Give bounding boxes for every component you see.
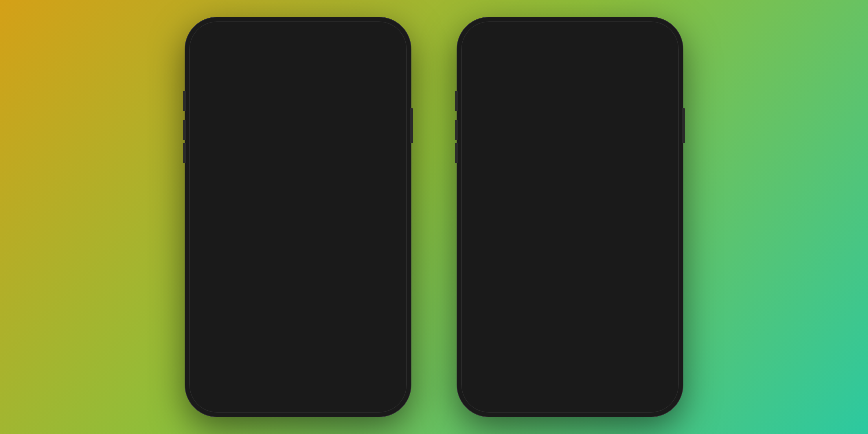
svg-rect-23 [628, 35, 629, 37]
toggle-all-food-right[interactable]: ALL FOOD [497, 97, 535, 105]
lunch-count-left: 1 [370, 244, 374, 253]
phone-right: 4:03 [457, 18, 683, 416]
lunch-name-right: Lunch [518, 207, 597, 218]
b-carbs-left: Net carbs 9g [213, 204, 251, 212]
notch-right [532, 22, 608, 34]
location-icon-right [495, 31, 501, 37]
toggle-row-left: ALL FOOD CARBS ONLY [203, 93, 394, 110]
carbs-value-left: 41 / 135g [247, 141, 281, 149]
lunch-minus-right[interactable]: − [601, 205, 617, 220]
lunch-food-left: Sharp Cheddar Slices + 2 items [213, 281, 383, 288]
content-left: MONDAY, MAY 16 Food log ALL FOOD [189, 41, 407, 412]
divider-lunch-left [210, 264, 386, 264]
wheat-icon-lunch-left: 🌾 [375, 245, 383, 252]
time-left: 4:03 [203, 29, 229, 39]
plus-icon-dinner-left: + [369, 310, 382, 323]
screen-right: 4:03 [461, 22, 679, 412]
toggle-track-left[interactable] [270, 93, 316, 110]
close-button-right[interactable] [650, 44, 665, 60]
close-button-left[interactable] [378, 44, 394, 60]
breakfast-section-right: ☕ Breakfast − 1 🌾 + [474, 163, 665, 192]
l-fat-left: Fat 22g [259, 271, 281, 278]
macro-fat-left: Fat 32 / 170g [292, 131, 321, 149]
snacks-icon-right: 🍎 [501, 280, 513, 291]
breakfast-minus-right[interactable]: − [601, 169, 617, 185]
x-icon-lunch-right [488, 210, 493, 215]
dinner-name-right: Dinner [500, 244, 635, 255]
wheat-circle-right: 🌾 [485, 127, 506, 148]
lunch-remove-right[interactable] [485, 207, 496, 218]
dinner-add-right[interactable]: + [640, 242, 655, 257]
breakfast-plus-right[interactable]: + [640, 169, 655, 185]
lunch-header-right: 🍱 Lunch − 1 🌾 + [482, 198, 658, 227]
notch-left [260, 22, 336, 34]
dinner-add-left[interactable]: + [368, 309, 383, 324]
dinner-section-left: 🍽 Dinner + [203, 301, 394, 333]
time-text-left: 4:03 [203, 29, 221, 39]
svg-rect-26 [635, 31, 637, 37]
wheat-stepper-b: 🌾 [627, 174, 634, 181]
dinner-header-right: 🍽 Dinner + [482, 234, 658, 265]
lunch-icon-right: 🍱 [501, 207, 513, 218]
breakfast-section-left: ☕ Breakfast 1 🌾 Net carbs 9g Fat 9g Prot… [203, 168, 394, 228]
date-left: MONDAY, MAY 16 [203, 52, 394, 59]
lunch-remove-left[interactable] [213, 243, 224, 254]
svg-point-13 [277, 100, 280, 103]
toggle-carbs-only-left[interactable]: CARBS ONLY [323, 97, 371, 105]
dinner-section-right: 🍽 Dinner + [474, 233, 665, 265]
macro-protein-left: Protein 51 / 153g [331, 131, 360, 149]
toggle-all-food-left[interactable]: ALL FOOD [225, 97, 263, 105]
wheat-icon-main-right: 🌾 [489, 131, 502, 143]
screen-left: 4:03 [189, 22, 407, 412]
svg-rect-24 [630, 34, 632, 37]
net-carb-label-right: Net carb servings [513, 132, 631, 142]
l-protein-left: Protein 28g [286, 271, 321, 278]
snacks-minus-right[interactable]: − [601, 278, 617, 293]
breakfast-food-left: Simple Organic Creamy Chocolate Plant ..… [213, 214, 383, 222]
status-icons-left [356, 31, 394, 37]
dinner-icon-left: 🍽 [213, 311, 223, 322]
toggle-thumb-right: 🌾 [572, 94, 586, 108]
svg-rect-28 [664, 33, 665, 35]
x-icon-snacks-right [488, 283, 493, 288]
breakfast-stepper-right[interactable]: − 1 🌾 + [601, 169, 655, 185]
toggle-donut-icon-left [274, 97, 283, 106]
content-right: MONDAY, MAY 16 Food log ALL FOOD 🌾 CARBS… [461, 41, 679, 412]
svg-rect-1 [356, 35, 358, 37]
breakfast-header-left: ☕ Breakfast 1 🌾 [210, 168, 386, 195]
snacks-stepper-right[interactable]: − 1 🌾 + [601, 278, 655, 293]
wheat-stepper-s: 🌾 [627, 282, 634, 289]
battery-icon-left [381, 31, 394, 37]
lunch-serving-left: 1 🌾 [370, 244, 383, 253]
snacks-plus-right[interactable]: + [640, 278, 655, 293]
breakfast-remove-left[interactable] [213, 176, 224, 187]
wifi-icon-left [369, 31, 377, 37]
breakfast-name-left: Breakfast [246, 176, 365, 187]
fat-value-left: 32 / 170g [292, 141, 321, 149]
snacks-name-right: Snacks [518, 280, 597, 291]
phone-left: 4:03 [185, 18, 411, 416]
close-icon-left [381, 47, 391, 57]
donut-chart-left [213, 127, 239, 153]
wifi-icon-right [641, 31, 649, 37]
macro-carbs-left: Net carbs 41 / 135g [247, 131, 281, 149]
snacks-section-right: 🍎 Snacks − 1 🌾 + [474, 271, 665, 300]
time-right: 4:03 [474, 29, 501, 39]
snacks-value-right: 1 🌾 [617, 281, 640, 290]
wheat-toggle-icon: 🌾 [575, 97, 584, 105]
svg-rect-7 [381, 32, 390, 36]
lunch-header-left: 🍱 Lunch 1 🌾 [210, 235, 386, 262]
plus-icon-dinner-right: + [641, 243, 654, 255]
breakfast-icon-left: ☕ [229, 176, 241, 187]
toggle-row-right: ALL FOOD 🌾 CARBS ONLY [474, 93, 665, 110]
x-icon-lunch-left [216, 246, 221, 251]
macros-values-left: Net carbs 41 / 135g Fat 32 / 170g Protei… [247, 131, 360, 149]
toggle-track-right[interactable]: 🌾 [541, 93, 588, 110]
snacks-remove-right[interactable] [485, 280, 496, 291]
net-carb-card-right: 🌾 Net carb servings 3 / 9 [474, 118, 665, 157]
snacks-header-right: 🍎 Snacks − 1 🌾 + [482, 271, 658, 300]
lunch-plus-right[interactable]: + [640, 205, 655, 220]
breakfast-remove-right[interactable] [485, 172, 496, 183]
lunch-stepper-right[interactable]: − 1 🌾 + [601, 205, 655, 220]
toggle-carbs-only-right[interactable]: CARBS ONLY [595, 97, 643, 105]
